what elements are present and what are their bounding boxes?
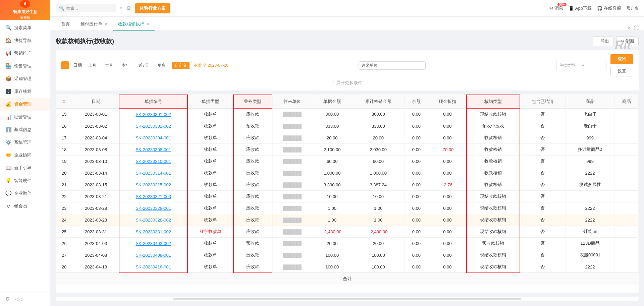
sidebar-item-purchase[interactable]: 📦采购管理 <box>0 72 50 85</box>
fullscreen-icon[interactable]: ⛶ <box>634 25 639 30</box>
cell-no: 21 <box>56 179 73 191</box>
settings-icon[interactable]: ⚙ <box>5 296 10 302</box>
user-info[interactable]: 用户名 <box>627 5 639 11</box>
collapse-icon[interactable]: ◁◁ <box>15 296 23 302</box>
cell-product: 老白干 <box>566 108 615 120</box>
doc-no-link[interactable]: SK-20230314-001 <box>136 171 171 176</box>
sidebar-item-basic[interactable]: ℹ️基础信息 <box>0 123 50 136</box>
messages-button[interactable]: ✉ 消息 99+ <box>549 5 563 11</box>
table-footer-row: 合计 <box>56 273 639 285</box>
sidebar-item-finance[interactable]: 💰资金管理 <box>0 98 50 111</box>
sidebar-item-member[interactable]: V畅会员 <box>0 200 50 212</box>
topbar-gear-icon[interactable]: ⚙ <box>126 5 131 11</box>
table-row: 16 2023-03-02 SK-20230302-002 收款单 预收款 ██… <box>56 120 639 132</box>
doc-no-link[interactable]: SK-20230301-002 <box>136 112 171 117</box>
tab-prepay-close[interactable]: ✕ <box>104 22 107 26</box>
close-window-icon[interactable]: ✕ <box>627 25 631 30</box>
sidebar-icon-enterprise: 🤝 <box>5 152 11 158</box>
sidebar-item-enterprise[interactable]: 🤝企业协同 <box>0 149 50 162</box>
cell-include-cleared: 否 <box>520 249 566 261</box>
cell-product: 衣服00001 <box>566 249 615 261</box>
tab-collection-close[interactable]: ✕ <box>146 22 149 26</box>
sidebar-item-operations[interactable]: 📊经营管理 <box>0 111 50 123</box>
sidebar-item-wechat[interactable]: 💬企业微信 <box>0 187 50 200</box>
sidebar-item-quick-nav[interactable]: 🏠快捷导航 <box>0 34 50 47</box>
doc-no-link[interactable]: SK-20230331-002 <box>136 229 171 234</box>
partner-input[interactable] <box>362 63 418 68</box>
cell-biz-type: 应收款 <box>233 249 272 261</box>
refresh-button[interactable]: ↻ 刷新 <box>616 36 639 46</box>
cell-balance: 0.00 <box>405 214 428 226</box>
cell-biz-type: 应收款 <box>233 261 272 273</box>
cell-product2 <box>615 226 639 238</box>
doc-no-link[interactable]: SK-20230328-001 <box>136 206 171 211</box>
doc-no-link[interactable]: SK-20230403-002 <box>136 241 171 246</box>
horizontal-scrollbar[interactable] <box>56 297 639 301</box>
cell-amount: 20.00 <box>312 238 352 249</box>
search-input[interactable] <box>66 6 110 11</box>
date-more-btn[interactable]: 更多 <box>155 62 168 69</box>
doc-no-link[interactable]: SK-20230418-001 <box>136 264 171 269</box>
date-this-month-btn[interactable]: 本月 <box>103 62 115 69</box>
table-row: 19 2023-03-10 SK-20230310-001 收款单 应收款 ██… <box>56 156 639 167</box>
online-service-button[interactable]: 🎧 在线客服 <box>597 5 621 11</box>
table-header-row: ⚙ 日期 单据编号 单据类型 业务类型 往来单位 单据金额 累计核销金额 余额 … <box>56 95 639 108</box>
sidebar-item-marketing[interactable]: 📢营销推广 <box>0 47 50 60</box>
date-custom-btn[interactable]: 自定义 <box>172 62 190 69</box>
tab-collection[interactable]: 收款核销执行 ✕ <box>113 18 155 30</box>
doc-no-link[interactable]: SK-20230310-001 <box>136 159 171 164</box>
cell-balance: 0.00 <box>405 108 428 120</box>
cell-acc-amount: 20.00 <box>352 238 405 249</box>
doc-no-link[interactable]: SK-20230302-002 <box>136 124 171 129</box>
date-last-month-btn[interactable]: 上月 <box>86 62 99 69</box>
cell-balance: 0.00 <box>405 120 428 132</box>
table-row: 20 2023-03-14 SK-20230314-001 收款单 应收款 ██… <box>56 167 639 179</box>
sidebar-icon-marketing: 📢 <box>5 50 11 56</box>
date-7days-btn[interactable]: 近7天 <box>136 62 151 69</box>
cell-acc-amount: -2,430.00 <box>352 226 405 238</box>
settings-button[interactable]: 设置 <box>610 66 633 76</box>
date-filter-label: 日期 <box>73 62 82 68</box>
cell-no: 23 <box>56 202 73 214</box>
partner-filter[interactable]: ··· <box>359 61 426 70</box>
cell-partner: ██████ <box>272 202 312 214</box>
query-button[interactable]: 查询 <box>610 54 633 64</box>
th-gear[interactable]: ⚙ <box>56 95 73 108</box>
cell-doc-no: SK-20230302-002 <box>119 120 187 132</box>
sidebar-item-inventory[interactable]: 🗄️库存核算 <box>0 85 50 98</box>
doc-no-link[interactable]: SK-20230328-002 <box>136 218 171 223</box>
date-this-year-btn[interactable]: 本年 <box>119 62 132 69</box>
sidebar: 6 畅康道好生意 标推版 🔍搜索菜单🏠快捷导航📢营销推广🏪销售管理📦采购管理🗄️… <box>0 0 50 306</box>
cell-cancel-type: 预收中应收 <box>467 120 520 132</box>
doc-type-filter[interactable]: 单据类型 ▾ <box>556 61 606 70</box>
expand-filter-button[interactable]: ˅ 展开更多条件 <box>61 79 633 86</box>
sidebar-item-sales[interactable]: 🏪销售管理 <box>0 60 50 72</box>
tab-prepay[interactable]: 预付应付单 ✕ <box>75 18 113 30</box>
sidebar-item-system[interactable]: ⚙️系统管理 <box>0 136 50 149</box>
app-download-button[interactable]: 📱 App下载 <box>569 5 592 11</box>
cell-no: 28 <box>56 261 73 273</box>
doc-no-link[interactable]: SK-20230321-003 <box>136 194 171 199</box>
topbar-search[interactable]: 🔍 <box>56 4 116 12</box>
solution-button[interactable]: 体验行业方案 <box>135 3 170 13</box>
sidebar-item-hardware[interactable]: 💡智能硬件 <box>0 174 50 187</box>
tab-home[interactable]: 首页 <box>56 18 75 30</box>
sidebar-item-guide[interactable]: 📖新手引导 <box>0 162 50 174</box>
doc-no-link[interactable]: SK-20230315-002 <box>136 182 171 187</box>
cell-cash-discount: 0.00 <box>428 214 467 226</box>
export-button[interactable]: ↑ 导出 <box>593 36 614 46</box>
cell-cash-discount: 0.00 <box>428 167 467 179</box>
cell-date: 2023-03-28 <box>73 214 119 226</box>
sidebar-item-search-menu[interactable]: 🔍搜索菜单 <box>0 21 50 34</box>
doc-no-link[interactable]: SK-20230308-001 <box>136 147 171 152</box>
filter-toggle-button[interactable]: » <box>61 61 69 69</box>
sidebar-label-hardware: 智能硬件 <box>14 178 32 184</box>
cell-acc-amount: 333.00 <box>352 120 405 132</box>
sidebar-label-system: 系统管理 <box>14 139 32 145</box>
doc-no-link[interactable]: SK-20230408-001 <box>136 253 171 258</box>
doc-no-link[interactable]: SK-20230304-001 <box>136 135 171 140</box>
cell-biz-type: 应收款 <box>233 108 272 120</box>
dropdown-chevron-icon[interactable]: ▾ <box>120 6 122 10</box>
cell-doc-type: 收款单 <box>187 238 233 249</box>
cell-biz-type: 应收款 <box>233 156 272 167</box>
